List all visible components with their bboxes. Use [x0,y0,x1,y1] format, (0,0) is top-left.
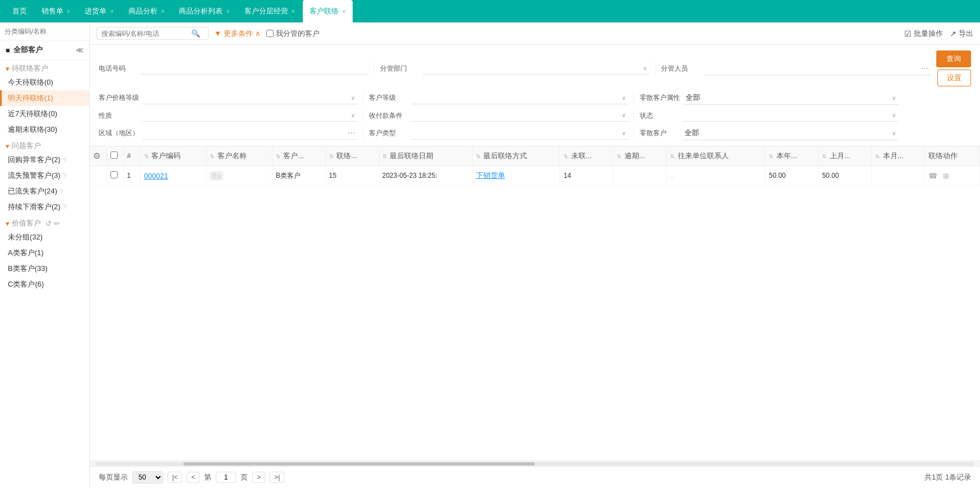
nav-customer-contact[interactable]: 客户联络 × [303,0,352,22]
row-checkbox[interactable] [110,171,118,178]
row-last-month: 50.00 [819,166,872,186]
table-row: 1 000021 Ea B类客户 15 2023-05-23 18:25: 下销… [90,166,980,186]
sidebar-item-abnormal[interactable]: 回购异常客户(2) ? [0,152,89,168]
adv-filter-row4: 区域（地区） ··· 客户类型 ∨ 零散客户 全部 [99,126,971,140]
dept-field: 分管部门 ∨ [380,62,650,75]
more-conditions-btn[interactable]: ▼ 更多条件 ∧ [214,29,261,39]
retail-select[interactable]: 全部 ∨ [682,126,898,140]
bulk-action-btn[interactable]: ☑ 批量操作 [904,29,943,39]
customer-code-link[interactable]: 000021 [144,172,168,180]
sidebar-item-ungrouped[interactable]: 未分组(32) [0,229,89,245]
nav-product-analysis-list[interactable]: 商品分析列表 × [172,0,236,22]
close-icon[interactable]: × [67,8,70,15]
nav-purchase[interactable]: 进货单 × [78,0,120,22]
more-icon[interactable]: ··· [921,64,928,73]
sidebar-section-problem: ▾ 问题客户 [0,137,89,152]
sidebar-item-class-a[interactable]: A类客户(1) [0,245,89,261]
settings-button[interactable]: 设置 [937,70,971,86]
sidebar-item-class-b[interactable]: B类客户(33) [0,261,89,277]
page-number-input[interactable] [216,472,236,483]
payment-select[interactable]: ∨ [412,109,627,122]
action-phone-icon[interactable]: ☎ [928,172,937,180]
sidebar-search-input[interactable] [4,27,89,35]
sort-icon[interactable]: ⇅ [670,153,674,159]
sort-icon[interactable]: ⇅ [875,153,880,159]
scrollbar-thumb[interactable] [183,462,535,466]
close-icon[interactable]: × [342,8,345,15]
collapse-icon[interactable]: ≪ [76,46,84,54]
nav-product-analysis[interactable]: 商品分析 × [122,0,171,22]
sort-icon[interactable]: ⇅ [476,153,480,159]
sort-icon[interactable]: ⇅ [329,153,334,159]
sort-icon[interactable]: ⇅ [617,153,621,159]
sort-icon[interactable]: ⇅ [563,153,568,159]
first-page-btn[interactable]: |< [168,472,182,483]
advanced-filter: 电话号码 分管部门 ∨ 分管人员 ··· [90,45,980,146]
dept-select[interactable]: ∨ [423,62,650,75]
export-btn[interactable]: ↗ 导出 [950,29,973,39]
divider [374,63,375,74]
more-icon[interactable]: ··· [348,128,355,137]
sidebar-item-class-c[interactable]: C类客户(6) [0,277,89,292]
prev-page-btn[interactable]: < [187,472,200,483]
sort-icon[interactable]: ⇅ [769,153,773,159]
horizontal-scrollbar[interactable] [90,461,980,466]
close-icon[interactable]: × [110,8,113,15]
chevron-down-icon: ∨ [643,65,647,71]
nav-customer-tier[interactable]: 客户分层经营 × [238,0,302,22]
row-last-date: 2023-05-23 18:25: [378,166,472,186]
value-level-select[interactable]: ∨ [142,92,357,104]
sidebar-item-7days[interactable]: 近7天待联络(0) [0,106,89,122]
settings-icon[interactable]: ⚙ [93,151,100,160]
last-page-btn[interactable]: >| [270,472,284,483]
sidebar-item-today[interactable]: 今天待联络(0) [0,75,89,90]
sidebar-section-pending: ▾ 待联络客户 [0,60,89,75]
edit-icon[interactable]: ✏ [54,219,60,228]
next-page-btn[interactable]: > [252,472,265,483]
status-select[interactable]: ∨ [682,109,898,122]
close-icon[interactable]: × [292,8,295,15]
close-icon[interactable]: × [226,8,229,15]
query-button[interactable]: 查询 [936,50,971,67]
type-select[interactable]: ∨ [412,127,627,140]
grade-select[interactable]: ∨ [412,92,627,104]
search-box: 🔍 [96,27,209,40]
chevron-down-icon: ∨ [892,130,896,136]
refresh-icon[interactable]: ↺ [45,219,52,228]
retail-attr-select[interactable]: 全部 ∨ [683,91,898,105]
sidebar-item-churn-warning[interactable]: 流失预警客户(3) ? [0,168,89,183]
nav-home[interactable]: 首页 [6,0,34,22]
sort-icon[interactable]: ⇅ [144,153,149,159]
nature-select[interactable]: ∨ [141,109,357,122]
right-actions: ☑ 批量操作 ↗ 导出 [904,29,973,39]
sidebar-item-overdue[interactable]: 逾期未联络(30) [0,122,89,137]
col-last-method: ⇅ 最后联络方式 [472,146,560,166]
close-icon[interactable]: × [161,8,164,15]
nav-sales[interactable]: 销售单 × [35,0,77,22]
chevron-down-icon: ∨ [892,112,896,118]
sort-icon[interactable]: ⇅ [382,153,387,159]
chevron-down-icon: ∨ [892,95,896,101]
divider [655,63,655,74]
customer-name: Ea [210,171,223,181]
last-method-link[interactable]: 下销货单 [476,171,505,179]
sidebar-item-declining[interactable]: 持续下滑客户(2) ? [0,199,89,215]
sidebar-item-tomorrow[interactable]: 明天待联络(1) [0,90,89,106]
search-icon[interactable]: 🔍 [191,29,200,38]
phone-input[interactable] [141,63,368,75]
sort-icon[interactable]: ⇅ [822,153,826,159]
my-customers-checkbox[interactable] [266,30,274,37]
sidebar-item-churned[interactable]: 已流失客户(24) ? [0,183,89,199]
chevron-down-icon: ∨ [622,112,626,118]
select-all-checkbox[interactable] [110,151,118,159]
sidebar-all-customers[interactable]: ■ 全部客户 ≪ [0,40,89,60]
status-field: 状态 ∨ [640,109,898,122]
search-input[interactable] [101,30,191,38]
action-grid-icon[interactable]: ⊞ [943,172,949,180]
page-size-select[interactable]: 50 100 200 [132,471,163,484]
area-select[interactable]: ··· [142,127,357,140]
divider [634,110,634,121]
sort-icon[interactable]: ⇅ [276,153,280,159]
sort-icon[interactable]: ⇅ [210,153,214,159]
person-select[interactable]: ··· [704,62,931,75]
